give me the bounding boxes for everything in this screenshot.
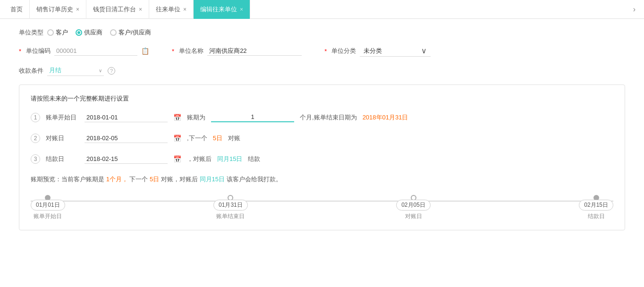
unit-category-value: 未分类 — [364, 47, 419, 55]
step-2-row: 2 对账日 📅 ,下一个 5日 对账 — [31, 134, 613, 143]
radio-customer-label: 客户 — [56, 28, 68, 37]
step-1-date-input[interactable] — [85, 113, 168, 122]
step-1-end-date: 2018年01月31日 — [363, 113, 408, 122]
step-3-suffix: 结款 — [248, 155, 260, 163]
calendar-icon-2[interactable]: 📅 — [173, 135, 181, 142]
radio-both[interactable]: 客户/供应商 — [110, 28, 151, 37]
copy-icon[interactable]: 📋 — [141, 47, 149, 55]
node-badge-1: 01月01日 — [31, 200, 65, 211]
unit-name-input[interactable] — [207, 46, 302, 56]
timeline: 01月01日 账单开始日 01月31日 账单结束日 02月05日 对账日 — [31, 195, 613, 220]
radio-supplier[interactable]: 供应商 — [76, 28, 102, 37]
main-content: 单位类型 客户 供应商 客户/供应商 * 单位编码 📋 — [0, 19, 644, 287]
tab-sales-history[interactable]: 销售订单历史 × — [30, 0, 86, 19]
tab-home[interactable]: 首页 — [4, 0, 30, 19]
node-label-4: 结款日 — [588, 212, 605, 220]
step-3-number: 3 — [31, 154, 40, 164]
step-2-prefix: ,下一个 — [187, 134, 207, 143]
unit-name-item: * 单位名称 — [172, 46, 302, 56]
period-value-input[interactable] — [211, 112, 294, 122]
node-badge-2: 01月31日 — [213, 200, 248, 211]
chevron-down-small-icon: ∨ — [99, 68, 102, 73]
step-2-suffix: 对账 — [228, 134, 240, 143]
step-1-period-unit: 个月,账单结束日期为 — [300, 113, 357, 122]
radio-both-circle — [110, 29, 117, 36]
tab-bar: 首页 销售订单历史 × 钱货日清工作台 × 往来单位 × 编辑往来单位 × › — [0, 0, 644, 19]
node-label-3: 对账日 — [405, 212, 422, 220]
step-3-highlight: 同月15日 — [217, 155, 242, 163]
calendar-icon-1[interactable]: 📅 — [173, 114, 181, 121]
preview-text: 账期预览：当前客户账期是 1个月， 下一个 5日 对账，对账后 同月15日 该客… — [31, 175, 613, 184]
step-3-date-input[interactable] — [85, 154, 168, 164]
radio-supplier-label: 供应商 — [84, 28, 102, 37]
node-label-1: 账单开始日 — [34, 212, 62, 220]
timeline-node-4: 02月15日 结款日 — [579, 195, 613, 220]
timeline-nodes: 01月01日 账单开始日 01月31日 账单结束日 02月05日 对账日 — [31, 195, 613, 220]
step-2-number: 2 — [31, 134, 40, 143]
step-3-label: 结款日 — [46, 155, 79, 163]
step-1-row: 1 账单开始日 📅 账期为 个月,账单结束日期为 2018年01月31日 — [31, 112, 613, 122]
payment-item: 收款条件 月结 ∨ ? — [19, 65, 115, 76]
unit-category-label: 单位分类 — [331, 47, 356, 55]
timeline-node-3: 02月05日 对账日 — [396, 195, 431, 220]
unit-category-item: * 单位分类 未分类 ∨ — [324, 45, 431, 57]
tab-more-button[interactable]: › — [628, 5, 640, 14]
payment-value: 月结 — [49, 66, 97, 75]
tab-partner[interactable]: 往来单位 × — [149, 0, 194, 19]
unit-category-select[interactable]: 未分类 ∨ — [360, 45, 431, 57]
node-badge-4: 02月15日 — [579, 200, 613, 211]
step-1-suffix: 账期为 — [187, 113, 205, 122]
close-edit-partner[interactable]: × — [240, 6, 243, 13]
timeline-node-2: 01月31日 账单结束日 — [213, 195, 248, 220]
name-required-star: * — [172, 48, 174, 55]
timeline-node-1: 01月01日 账单开始日 — [31, 195, 65, 220]
code-required-star: * — [19, 48, 21, 55]
tab-edit-partner[interactable]: 编辑往来单位 × — [194, 0, 250, 19]
step-2-label: 对账日 — [46, 134, 79, 143]
unit-code-item: * 单位编码 📋 — [19, 46, 149, 56]
payment-label: 收款条件 — [19, 67, 43, 75]
payment-help-icon[interactable]: ? — [108, 67, 115, 75]
preview-period: 1个月， — [106, 176, 128, 183]
tab-cash-work[interactable]: 钱货日清工作台 × — [86, 0, 149, 19]
unit-name-label: 单位名称 — [179, 47, 203, 55]
node-label-2: 账单结束日 — [216, 212, 245, 220]
calendar-icon-3[interactable]: 📅 — [173, 155, 181, 163]
close-partner[interactable]: × — [183, 6, 186, 13]
unit-code-label: 单位编码 — [26, 47, 51, 55]
step-3-row: 3 结款日 📅 ，对账后 同月15日 结款 — [31, 154, 613, 164]
unit-type-label: 单位类型 — [19, 28, 43, 37]
panel-description: 请按照未来的一个完整帐期进行设置 — [31, 94, 613, 103]
radio-customer-circle — [47, 29, 54, 36]
settings-panel: 请按照未来的一个完整帐期进行设置 1 账单开始日 📅 账期为 个月,账单结束日期… — [19, 84, 625, 230]
step-2-highlight: 5日 — [213, 134, 222, 143]
close-cash-work[interactable]: × — [139, 6, 142, 13]
radio-both-label: 客户/供应商 — [119, 28, 151, 37]
step-2-date-input[interactable] — [85, 134, 168, 143]
chevron-down-icon: ∨ — [421, 46, 427, 55]
payment-select[interactable]: 月结 ∨ — [47, 65, 104, 76]
node-badge-3: 02月05日 — [396, 200, 431, 211]
unit-type-label-group: 单位类型 — [19, 28, 43, 37]
radio-supplier-circle — [76, 29, 82, 36]
unit-type-radio-group: 客户 供应商 客户/供应商 — [47, 28, 151, 37]
code-name-category-row: * 单位编码 📋 * 单位名称 * 单位分类 未分类 ∨ — [19, 45, 625, 57]
payment-row: 收款条件 月结 ∨ ? — [19, 65, 625, 76]
category-required-star: * — [324, 48, 327, 55]
preview-date2: 同月15日 — [200, 176, 225, 183]
step-1-number: 1 — [31, 113, 40, 122]
step-1-label: 账单开始日 — [46, 113, 79, 122]
radio-customer[interactable]: 客户 — [47, 28, 68, 37]
step-3-prefix: ，对账后 — [187, 155, 212, 163]
preview-date1: 5日 — [150, 176, 159, 183]
unit-type-row: 单位类型 客户 供应商 客户/供应商 — [19, 28, 625, 37]
close-sales-history[interactable]: × — [76, 6, 79, 13]
unit-code-input[interactable] — [54, 46, 137, 56]
